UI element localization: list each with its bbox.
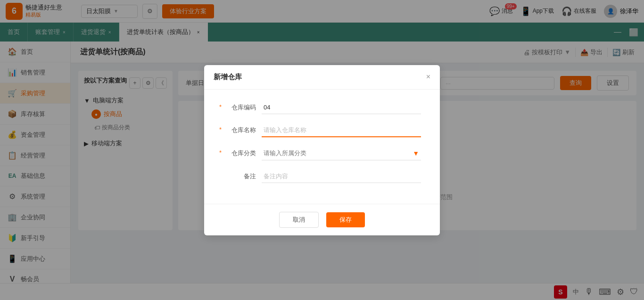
name-input[interactable] (262, 124, 421, 137)
modal-overlay: 新增仓库 × 仓库编码 仓库名称 仓库分类 ▼ (0, 0, 644, 300)
modal-title: 新增仓库 (214, 73, 242, 82)
modal-body: 仓库编码 仓库名称 仓库分类 ▼ 备注 (204, 90, 440, 204)
modal-header: 新增仓库 × (204, 65, 440, 90)
modal-footer: 取消 保存 (204, 204, 440, 235)
name-label: 仓库名称 (223, 126, 256, 134)
form-row-remark: 备注 (223, 170, 421, 183)
modal-new-warehouse: 新增仓库 × 仓库编码 仓库名称 仓库分类 ▼ (204, 65, 440, 235)
remark-label: 备注 (223, 172, 256, 181)
save-btn[interactable]: 保存 (326, 212, 365, 227)
code-input[interactable] (262, 101, 421, 114)
category-label: 仓库分类 (223, 149, 256, 158)
modal-close-btn[interactable]: × (426, 73, 430, 81)
remark-input[interactable] (262, 170, 421, 183)
cancel-btn[interactable]: 取消 (279, 212, 319, 228)
code-label: 仓库编码 (223, 103, 256, 112)
category-input[interactable] (264, 150, 413, 157)
category-select[interactable]: ▼ (262, 147, 421, 160)
category-dropdown-arrow: ▼ (413, 150, 419, 157)
form-row-code: 仓库编码 (223, 101, 421, 114)
form-row-category: 仓库分类 ▼ (223, 147, 421, 160)
form-row-name: 仓库名称 (223, 124, 421, 137)
